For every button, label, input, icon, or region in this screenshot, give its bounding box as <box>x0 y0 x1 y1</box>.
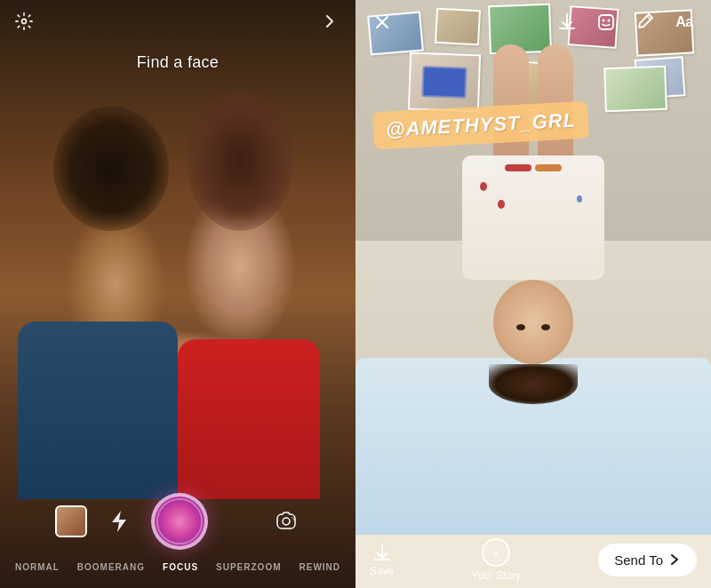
person-shirt-left <box>18 322 178 499</box>
camera-mode-labels: NORMAL BOOMERANG FOCUS SUPERZOOM REWIND <box>0 559 356 581</box>
close-button[interactable] <box>370 10 395 35</box>
person-upside-down <box>444 44 622 404</box>
shutter-button[interactable] <box>151 493 208 550</box>
send-to-label: Send To <box>614 552 663 568</box>
flip-camera-button[interactable] <box>272 507 300 536</box>
gallery-chevron-icon[interactable] <box>320 12 341 33</box>
sticker-button[interactable] <box>594 10 619 35</box>
story-tag-text: @AMETHYST_GRL <box>385 108 576 140</box>
mode-boomerang[interactable]: BOOMERANG <box>68 559 154 576</box>
left-bottom-controls: NORMAL BOOMERANG FOCUS SUPERZOOM REWIND <box>0 484 356 588</box>
left-camera-panel: Find a face <box>0 0 356 588</box>
plus-icon: + <box>492 546 499 559</box>
right-top-icons: Aa <box>555 10 697 35</box>
svg-point-0 <box>22 20 27 24</box>
find-face-label: Find a face <box>0 53 356 72</box>
mode-superzoom[interactable]: SUPERZOOM <box>207 559 290 576</box>
story-photo-content <box>356 0 711 588</box>
mode-normal[interactable]: NORMAL <box>6 559 68 576</box>
svg-point-1 <box>283 518 290 525</box>
settings-icon[interactable] <box>14 12 36 33</box>
svg-point-3 <box>603 20 605 22</box>
text-button[interactable]: Aa <box>672 10 697 35</box>
torso <box>462 155 604 280</box>
svg-point-4 <box>608 20 611 22</box>
download-button[interactable] <box>555 10 579 35</box>
right-top-bar: Aa <box>356 0 711 44</box>
flash-button[interactable] <box>105 507 133 536</box>
right-story-panel: @AMETHYST_GRL <box>356 0 711 588</box>
left-top-bar <box>0 0 356 44</box>
right-bottom-bar: Save + Your Story Send To <box>356 531 711 588</box>
save-button[interactable]: Save <box>370 543 394 577</box>
head <box>493 280 573 364</box>
bracelets <box>505 164 562 171</box>
svg-rect-2 <box>599 15 613 29</box>
draw-button[interactable] <box>633 10 658 35</box>
spacer <box>226 507 254 536</box>
your-story-circle: + <box>482 538 510 567</box>
your-story-button[interactable]: + Your Story <box>471 538 521 582</box>
send-to-button[interactable]: Send To <box>598 544 697 576</box>
gallery-thumbnail[interactable] <box>55 505 87 537</box>
save-label: Save <box>370 565 394 577</box>
hair-falling <box>489 364 578 404</box>
eyes <box>493 280 573 330</box>
person-hair-left <box>53 107 169 231</box>
camera-controls-row <box>0 484 356 559</box>
mode-rewind[interactable]: REWIND <box>291 559 350 576</box>
shutter-inner-ring <box>156 498 203 544</box>
your-story-label: Your Story <box>471 569 521 582</box>
mode-focus[interactable]: FOCUS <box>154 559 207 576</box>
person-shirt-right <box>178 339 320 499</box>
person-hair-right <box>187 89 293 231</box>
